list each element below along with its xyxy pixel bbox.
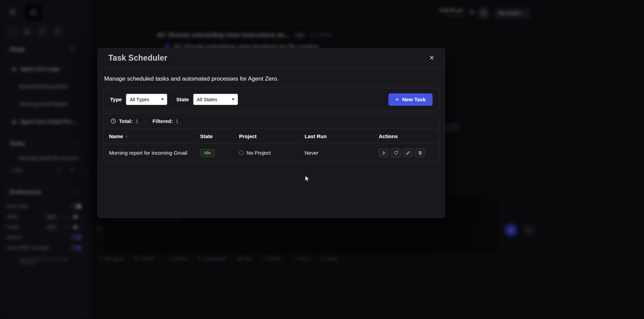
filtered-value: 1 [176,118,178,124]
modal-header: Task Scheduler ✕ [98,48,445,68]
task-actions-cell [379,148,434,157]
delete-task-button[interactable] [415,148,425,157]
filtered-label: Filtered: [152,118,173,124]
column-header-name[interactable]: Name↑ [109,133,200,139]
total-label: Total: [119,118,133,124]
new-task-button[interactable]: + New Task [388,93,433,106]
table-header-row: Name↑ State Project Last Run Actions [104,129,439,144]
close-icon[interactable]: ✕ [429,55,434,61]
task-state-cell: Idle [200,149,239,157]
clock-icon [110,118,116,124]
pencil-icon [406,151,410,155]
table-row[interactable]: Morning report for incoming Gmail Idle N… [104,144,439,162]
task-project-cell: No Project [239,150,305,156]
play-icon [382,151,386,155]
state-filter-label: State [176,96,189,102]
sort-asc-icon: ↑ [126,134,128,139]
run-task-button[interactable] [379,148,389,157]
project-name: No Project [247,150,271,156]
filter-bar: Type All Types State All States + New Ta… [103,88,439,111]
stats-separator: · [145,118,146,124]
type-select[interactable]: All Types [126,94,167,105]
column-header-last-run[interactable]: Last Run [305,133,379,139]
no-project-icon [239,151,244,155]
stats-row: Total: 1 · Filtered: 1 [104,113,439,129]
column-header-state[interactable]: State [200,133,239,139]
column-header-project[interactable]: Project [239,133,305,139]
modal-body: Manage scheduled tasks and automated pro… [98,75,445,162]
task-table: Total: 1 · Filtered: 1 Name↑ State Proje… [103,113,439,162]
state-select-control[interactable]: All States [193,94,238,105]
column-header-actions: Actions [379,133,434,139]
task-scheduler-modal: Task Scheduler ✕ Manage scheduled tasks … [98,48,445,218]
modal-description: Manage scheduled tasks and automated pro… [104,75,438,82]
edit-task-button[interactable] [403,148,413,157]
state-select[interactable]: All States [193,94,238,105]
trash-icon [418,151,423,155]
type-filter-label: Type [110,96,122,102]
idle-status-badge: Idle [200,149,215,157]
modal-title: Task Scheduler [108,53,167,63]
task-name-cell: Morning report for incoming Gmail [109,150,200,156]
task-last-run-cell: Never [305,150,379,156]
plus-icon: + [395,96,399,103]
new-task-label: New Task [402,96,426,102]
type-select-control[interactable]: All Types [126,94,167,105]
reload-task-button[interactable] [391,148,401,157]
refresh-icon [394,151,398,155]
total-value: 1 [136,118,138,124]
